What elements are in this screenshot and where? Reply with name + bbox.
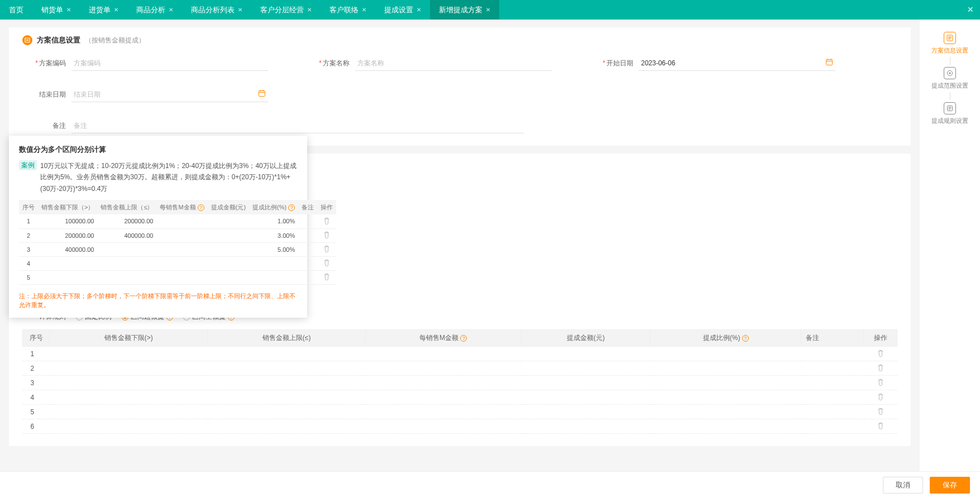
- top-tab-bar: 首页 销货单✕ 进货单✕ 商品分析✕ 商品分析列表✕ 客户分层经营✕ 客户联络✕…: [0, 0, 980, 20]
- tab-commission-settings[interactable]: 提成设置✕: [375, 0, 430, 20]
- close-icon[interactable]: ✕: [307, 7, 312, 13]
- close-icon[interactable]: ✕: [114, 7, 118, 13]
- tab-home[interactable]: 首页: [0, 0, 32, 20]
- close-icon[interactable]: ✕: [169, 7, 173, 13]
- close-icon[interactable]: ✕: [362, 7, 366, 13]
- tab-sales[interactable]: 销货单✕: [32, 0, 80, 20]
- tab-purchase[interactable]: 进货单✕: [80, 0, 127, 20]
- close-icon[interactable]: ✕: [417, 7, 421, 13]
- close-icon[interactable]: ✕: [486, 7, 490, 13]
- tab-product-analysis-list[interactable]: 商品分析列表✕: [182, 0, 251, 20]
- close-all-icon[interactable]: ×: [967, 0, 973, 20]
- tab-customer-contact[interactable]: 客户联络✕: [321, 0, 375, 20]
- tab-customer-tier[interactable]: 客户分层经营✕: [251, 0, 321, 20]
- close-icon[interactable]: ✕: [238, 7, 242, 13]
- close-icon[interactable]: ✕: [66, 7, 71, 13]
- tab-new-commission-plan[interactable]: 新增提成方案✕: [430, 0, 499, 20]
- tab-product-analysis[interactable]: 商品分析✕: [127, 0, 182, 20]
